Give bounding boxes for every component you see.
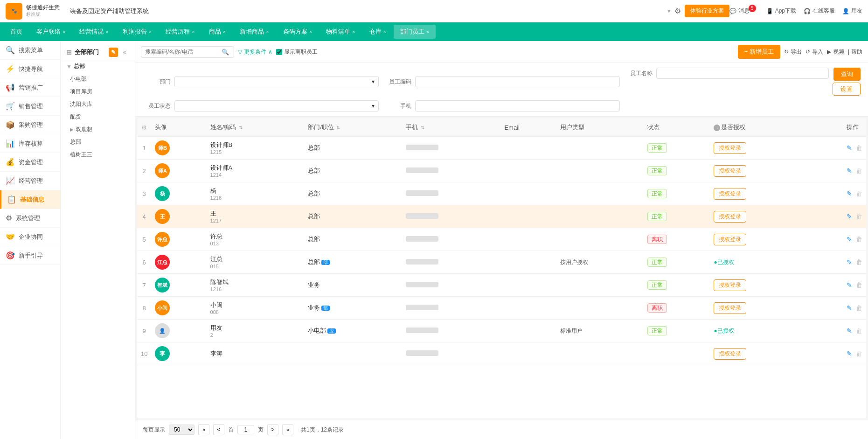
sidebar-item-sales[interactable]: 🛒 销售管理 — [0, 97, 60, 116]
message-btn[interactable]: 💬 消息 5 — [729, 7, 759, 15]
show-resigned-input[interactable] — [276, 49, 282, 55]
auth-btn[interactable]: 授权登录 — [714, 302, 746, 314]
edit-btn[interactable]: ✎ — [847, 236, 852, 243]
tab-new-goods[interactable]: 新增商品 × — [233, 25, 275, 39]
edit-btn[interactable]: ✎ — [847, 258, 852, 266]
close-icon[interactable]: × — [223, 29, 226, 35]
sidebar-item-system[interactable]: ⚙ 系统管理 — [0, 209, 60, 228]
tree-node-zongbu-parent[interactable]: ▼ 总部 — [61, 60, 135, 73]
tab-barcode[interactable]: 条码方案 × — [277, 25, 319, 39]
tree-node-zhishuwang[interactable]: 植树王三 — [61, 148, 135, 161]
col-name[interactable]: 姓名/编码 ⇅ — [207, 118, 305, 137]
sidebar-item-inventory[interactable]: 📊 库存核算 — [0, 134, 60, 153]
auth-btn[interactable]: 授权登录 — [714, 165, 746, 177]
tree-node-shenyang[interactable]: 沈阳大库 — [61, 98, 135, 111]
delete-btn[interactable]: 🗑 — [856, 213, 862, 220]
close-icon[interactable]: × — [383, 29, 386, 35]
try-btn[interactable]: 体验行业方案 — [685, 5, 729, 17]
close-icon[interactable]: × — [352, 29, 355, 35]
edit-btn[interactable]: ✎ — [847, 327, 852, 334]
close-icon[interactable]: × — [62, 29, 65, 35]
edit-btn[interactable]: ✎ — [847, 350, 852, 357]
tab-history[interactable]: 经营历程 × — [159, 25, 201, 39]
edit-btn[interactable]: ✎ — [847, 167, 852, 174]
sidebar-item-operations[interactable]: 📈 经营管理 — [0, 172, 60, 190]
per-page-select[interactable]: 50 100 — [169, 425, 194, 435]
tab-goods[interactable]: 商品 × — [202, 25, 232, 39]
set-btn[interactable]: 设置 — [833, 83, 861, 96]
sidebar-item-basic[interactable]: 📋 基础信息 — [0, 190, 60, 209]
tree-node-xiaodianbu[interactable]: 小电部 — [61, 73, 135, 85]
tree-node-peihuo[interactable]: 配货 — [61, 111, 135, 123]
edit-btn[interactable]: ✎ — [847, 190, 852, 197]
auth-btn[interactable]: 授权登录 — [714, 279, 746, 291]
auth-btn[interactable]: 授权登录 — [714, 188, 746, 200]
tab-profit[interactable]: 利润报告 × — [116, 25, 158, 39]
sidebar-item-guide[interactable]: 🎯 新手引导 — [0, 246, 60, 265]
tree-collapse-btn[interactable]: « — [120, 48, 129, 57]
col-settings[interactable]: ⚙ — [137, 118, 151, 137]
tab-warehouse[interactable]: 仓库 × — [363, 25, 393, 39]
import-btn[interactable]: ↺ 导入 — [806, 48, 823, 56]
close-icon[interactable]: × — [149, 29, 152, 35]
tab-home[interactable]: 首页 — [4, 25, 29, 39]
view-btn[interactable]: ▶ 视频 — [827, 48, 844, 56]
settings-icon[interactable]: ⚙ — [674, 7, 681, 15]
tree-node-xiangmukufang[interactable]: 项目库房 — [61, 85, 135, 98]
sidebar-item-finance[interactable]: 💰 资金管理 — [0, 153, 60, 172]
delete-btn[interactable]: 🗑 — [856, 281, 862, 289]
next-page-btn[interactable]: > — [267, 424, 278, 435]
emp-status-select[interactable]: ▾ — [174, 100, 379, 111]
delete-btn[interactable]: 🗑 — [856, 327, 862, 334]
delete-btn[interactable]: 🗑 — [856, 304, 862, 312]
delete-btn[interactable]: 🗑 — [856, 167, 862, 174]
tab-operations[interactable]: 经营情况 × — [73, 25, 115, 39]
tree-node-zongbu[interactable]: 总部 — [61, 136, 135, 148]
tab-customer[interactable]: 客户联络 × — [30, 25, 72, 39]
edit-btn[interactable]: ✎ — [847, 213, 852, 220]
sidebar-item-quicknav[interactable]: ⚡ 快捷导航 — [0, 60, 60, 78]
last-page-btn[interactable]: » — [282, 424, 293, 435]
query-btn[interactable]: 查询 — [833, 68, 861, 81]
col-phone[interactable]: 手机 ⇅ — [402, 118, 501, 137]
app-download-btn[interactable]: 📱 App下载 — [766, 7, 796, 15]
tree-node-shuanglu[interactable]: ▶ 双鹿想 — [61, 123, 135, 136]
delete-btn[interactable]: 🗑 — [856, 190, 862, 197]
prev-page-btn[interactable]: < — [213, 424, 224, 435]
add-employee-btn[interactable]: + 新增员工 — [738, 45, 780, 59]
sys-dropdown-icon[interactable]: ▾ — [667, 7, 671, 14]
delete-btn[interactable]: 🗑 — [856, 350, 862, 357]
close-icon[interactable]: × — [309, 29, 312, 35]
edit-btn[interactable]: ✎ — [847, 144, 852, 152]
tab-bom[interactable]: 物料清单 × — [319, 25, 361, 39]
first-page-btn[interactable]: « — [198, 424, 209, 435]
sidebar-item-search[interactable]: 🔍 搜索菜单 — [0, 41, 60, 60]
auth-btn[interactable]: 授权登录 — [714, 348, 746, 360]
emp-code-input[interactable] — [415, 76, 619, 87]
dept-select[interactable]: ▾ — [174, 76, 379, 87]
emp-name-input[interactable] — [656, 68, 829, 79]
close-icon[interactable]: × — [192, 29, 194, 35]
tab-dept-employee[interactable]: 部门员工 × — [394, 25, 436, 39]
sidebar-item-enterprise[interactable]: 🤝 企业协同 — [0, 228, 60, 246]
delete-btn[interactable]: 🗑 — [856, 236, 862, 243]
edit-btn[interactable]: ✎ — [847, 304, 852, 312]
sidebar-item-marketing[interactable]: 📢 营销推广 — [0, 78, 60, 97]
filter-more-btn[interactable]: ▽ 更多条件 ∧ — [238, 48, 272, 56]
auth-btn[interactable]: 授权登录 — [714, 234, 746, 245]
help-btn[interactable]: | 帮助 — [848, 48, 862, 56]
page-input[interactable] — [237, 425, 254, 434]
export-btn[interactable]: ↻ 导出 — [784, 48, 802, 56]
delete-btn[interactable]: 🗑 — [856, 144, 862, 152]
phone-input[interactable] — [415, 100, 619, 111]
online-service-btn[interactable]: 🎧 在线客服 — [804, 7, 835, 15]
col-dept[interactable]: 部门/职位 ⇅ — [304, 118, 402, 137]
auth-btn[interactable]: 授权登录 — [714, 142, 746, 154]
close-icon[interactable]: × — [105, 29, 108, 35]
close-icon[interactable]: × — [266, 29, 269, 35]
search-box[interactable]: 🔍 — [141, 46, 234, 58]
show-resigned-checkbox[interactable]: 显示离职员工 — [276, 48, 318, 56]
close-icon[interactable]: × — [426, 29, 429, 35]
delete-btn[interactable]: 🗑 — [856, 258, 862, 266]
sidebar-item-purchase[interactable]: 📦 采购管理 — [0, 116, 60, 134]
